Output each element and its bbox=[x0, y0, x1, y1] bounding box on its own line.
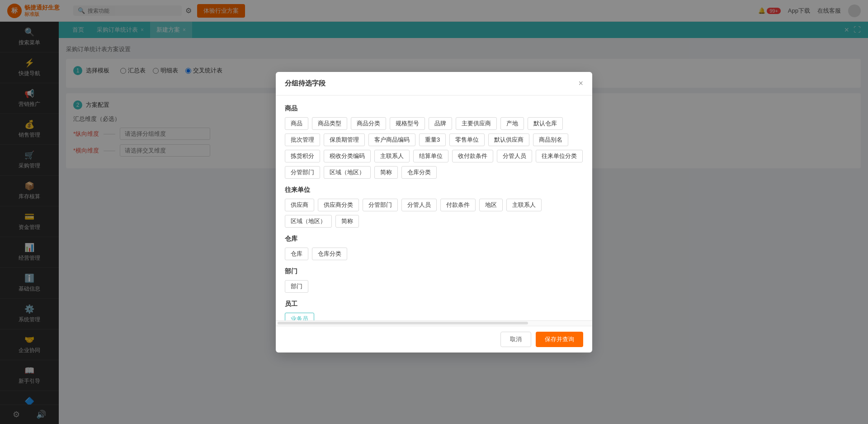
section-title-goods: 商品 bbox=[285, 105, 583, 113]
modal-title: 分组待选字段 bbox=[285, 79, 326, 88]
modal-hscroll[interactable] bbox=[276, 320, 592, 326]
modal-body: 商品 商品 商品类型 商品分类 规格型号 品牌 主要供应商 产地 默认仓库 批次… bbox=[276, 95, 592, 320]
field-pay-terms[interactable]: 付款条件 bbox=[440, 199, 476, 211]
field-goods-type[interactable]: 商品类型 bbox=[312, 117, 347, 130]
field-supplier[interactable]: 供应商 bbox=[285, 199, 314, 211]
field-default-supplier[interactable]: 默认供应商 bbox=[488, 133, 529, 146]
field-warehouse[interactable]: 仓库 bbox=[285, 248, 308, 260]
field-warehouse-category[interactable]: 仓库分类 bbox=[312, 248, 347, 260]
field-supplier-cat[interactable]: 供应商分类 bbox=[318, 199, 359, 211]
field-weight3[interactable]: 重量3 bbox=[419, 133, 446, 146]
field-expiry-mgmt[interactable]: 保质期管理 bbox=[324, 133, 365, 146]
section-title-staff: 员工 bbox=[285, 300, 583, 308]
field-salesman[interactable]: 业务员 bbox=[285, 313, 314, 320]
modal-footer: 取消 保存并查询 bbox=[276, 326, 592, 353]
field-pick-points[interactable]: 拣货积分 bbox=[285, 150, 320, 162]
field-origin[interactable]: 产地 bbox=[500, 117, 524, 130]
field-staff[interactable]: 分管人员 bbox=[401, 199, 437, 211]
modal: 分组待选字段 × 商品 商品 商品类型 商品分类 规格型号 品牌 主要供应商 产… bbox=[276, 72, 592, 353]
modal-header: 分组待选字段 × bbox=[276, 72, 592, 95]
field-partner-category[interactable]: 往来单位分类 bbox=[536, 150, 583, 162]
field-region-goods[interactable]: 区域（地区） bbox=[324, 166, 371, 179]
field-grid-staff: 业务员 bbox=[285, 313, 583, 320]
field-department[interactable]: 部门 bbox=[285, 280, 308, 293]
field-dept[interactable]: 分管部门 bbox=[363, 199, 398, 211]
field-main-contact2[interactable]: 主联系人 bbox=[506, 199, 542, 211]
field-grid-partners: 供应商 供应商分类 分管部门 分管人员 付款条件 地区 主联系人 区域（地区） … bbox=[285, 199, 583, 228]
field-short-name2[interactable]: 简称 bbox=[335, 215, 359, 228]
field-grid-dept: 部门 bbox=[285, 280, 583, 293]
field-main-supplier[interactable]: 主要供应商 bbox=[456, 117, 497, 130]
section-title-warehouse: 仓库 bbox=[285, 235, 583, 243]
field-short-name[interactable]: 简称 bbox=[374, 166, 398, 179]
section-title-dept: 部门 bbox=[285, 267, 583, 276]
field-customer-code[interactable]: 客户商品编码 bbox=[368, 133, 415, 146]
field-region-partner[interactable]: 区域（地区） bbox=[285, 215, 332, 228]
modal-overlay: 分组待选字段 × 商品 商品 商品类型 商品分类 规格型号 品牌 主要供应商 产… bbox=[0, 0, 868, 424]
field-tax-code[interactable]: 税收分类编码 bbox=[324, 150, 371, 162]
field-grid-goods: 商品 商品类型 商品分类 规格型号 品牌 主要供应商 产地 默认仓库 批次管理 … bbox=[285, 117, 583, 179]
field-payment-terms[interactable]: 收付款条件 bbox=[452, 150, 493, 162]
field-mgmt-dept[interactable]: 分管部门 bbox=[285, 166, 320, 179]
field-manager-staff[interactable]: 分管人员 bbox=[497, 150, 532, 162]
field-main-contact[interactable]: 主联系人 bbox=[374, 150, 410, 162]
field-default-warehouse[interactable]: 默认仓库 bbox=[528, 117, 563, 130]
section-title-partners: 往来单位 bbox=[285, 186, 583, 194]
field-goods[interactable]: 商品 bbox=[285, 117, 308, 130]
field-batch-mgmt[interactable]: 批次管理 bbox=[285, 133, 320, 146]
cancel-button[interactable]: 取消 bbox=[500, 332, 531, 347]
field-retail-unit[interactable]: 零售单位 bbox=[449, 133, 485, 146]
confirm-button[interactable]: 保存并查询 bbox=[536, 332, 583, 347]
field-settlement-unit[interactable]: 结算单位 bbox=[413, 150, 448, 162]
field-area[interactable]: 地区 bbox=[479, 199, 503, 211]
field-grid-warehouse: 仓库 仓库分类 bbox=[285, 248, 583, 260]
field-spec-model[interactable]: 规格型号 bbox=[390, 117, 425, 130]
field-brand[interactable]: 品牌 bbox=[429, 117, 452, 130]
modal-close-btn[interactable]: × bbox=[578, 79, 583, 87]
field-goods-alias[interactable]: 商品别名 bbox=[533, 133, 568, 146]
field-warehouse-cat[interactable]: 仓库分类 bbox=[401, 166, 437, 179]
field-goods-category[interactable]: 商品分类 bbox=[351, 117, 386, 130]
